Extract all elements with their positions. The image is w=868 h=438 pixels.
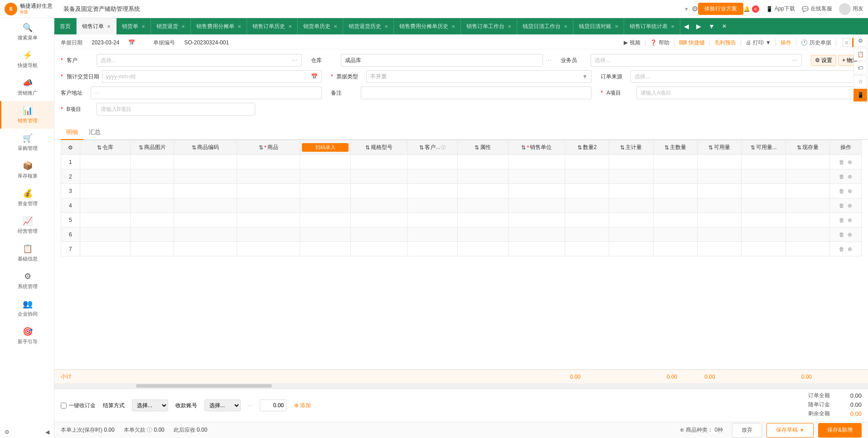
sidebar-item-system[interactable]: ⚙ 系统管理 [0,267,54,294]
tab-list-btn[interactable]: ▼ [705,23,718,30]
cust-help-icon[interactable]: ⓘ [441,144,446,151]
row-1-stock[interactable] [786,155,829,169]
tab-return-history[interactable]: 销货退货历史 ✕ [343,18,394,34]
tab-daily-reconcile-close[interactable]: ✕ [615,24,618,29]
th-avail[interactable]: ⇅ 可用量 [698,140,742,155]
a-project-input[interactable]: 请输入A项目 [636,87,862,99]
tab-cost-split[interactable]: 销售费用分摊单 ✕ [191,18,247,34]
row-4-product[interactable] [237,198,300,213]
th-stock[interactable]: ⇅ 现存量 [786,140,829,155]
th-main-unit[interactable]: ⇅ 主计量 [609,140,653,155]
notification-btn[interactable]: 🔔 6 [743,5,759,13]
th-warehouse[interactable]: ⇅ 仓库 [80,140,130,155]
row-1-avail2[interactable] [742,155,786,169]
row-4-warehouse[interactable] [80,198,130,213]
row-6-delete-icon[interactable]: 🗑 [839,231,844,238]
row-2-attr[interactable] [458,169,508,184]
row-7-spec[interactable] [350,242,407,256]
row-6-copy-icon[interactable]: ⊕ [848,231,852,238]
row-3-unit[interactable] [508,184,565,198]
row-7-stock[interactable] [786,242,829,256]
table-container[interactable]: ⚙ ⇅ 仓库 ⇅ 商品图片 [54,140,868,369]
row-2-main-unit[interactable] [609,169,653,184]
row-5-spec[interactable] [350,213,407,227]
row-7-code[interactable] [174,242,237,256]
tab-return-close[interactable]: ✕ [181,24,185,29]
industry-btn[interactable]: 体验行业方案 [698,3,743,15]
row-6-main-qty[interactable] [653,227,697,242]
row-7-attr[interactable] [458,242,508,256]
row-5-delete-icon[interactable]: 🗑 [839,217,844,223]
tab-order-history[interactable]: 销售订单历史 ✕ [247,18,298,34]
sidebar-item-ops[interactable]: 📈 经营管理 [0,212,54,239]
amount-input[interactable] [260,399,287,411]
row-2-product[interactable] [237,169,300,184]
row-7-warehouse[interactable] [80,242,130,256]
row-1-code[interactable] [174,155,237,169]
sidebar-collapse-icon[interactable]: ◀ [45,429,49,435]
row-5-unit[interactable] [508,213,565,227]
row-2-warehouse[interactable] [80,169,130,184]
row-4-avail[interactable] [698,198,742,213]
toolbar-print-btn[interactable]: 🖨 打印 ▼ [746,39,771,47]
tab-sales-order[interactable]: 销售订单 ✕ [77,18,116,34]
salesperson-input[interactable]: 选择... ··· [591,54,802,67]
row-2-delete-icon[interactable]: 🗑 [839,173,844,180]
th-attr[interactable]: ⇅ 属性 [458,140,508,155]
th-code[interactable]: ⇅ 商品编码 [174,140,237,155]
tab-sales-bill[interactable]: 销货单 ✕ [116,18,151,34]
th-unit[interactable]: ⇅ * 销售单位 [508,140,565,155]
toolbar-view-btn[interactable]: ▶ 视频 [624,39,640,47]
tab-order-history-close[interactable]: ✕ [288,24,292,29]
row-4-img[interactable] [131,198,174,213]
row-3-main-unit[interactable] [609,184,653,198]
row-7-unit[interactable] [508,242,565,256]
table-scrollbar[interactable] [54,383,868,389]
row-6-attr[interactable] [458,227,508,242]
customer-input[interactable]: 选择... ··· [97,54,302,67]
row-4-main-unit[interactable] [609,198,653,213]
row-2-code[interactable] [174,169,237,184]
warehouse-input[interactable]: 成品库 [341,54,543,67]
sub-tab-summary[interactable]: 汇总 [83,125,106,140]
row-7-delete-icon[interactable]: 🗑 [839,246,844,252]
tab-sales-order-close[interactable]: ✕ [107,24,111,29]
tab-close-all-btn[interactable]: ✕ [718,23,730,29]
right-sidebar-info-btn[interactable]: 📋 [853,48,867,61]
row-1-qty2[interactable] [565,155,609,169]
tab-order-workbench[interactable]: 销售订单工作台 ✕ [461,18,517,34]
row-3-avail[interactable] [698,184,742,198]
row-7-cust[interactable] [407,242,457,256]
tab-order-stats-close[interactable]: ✕ [671,24,674,29]
right-sidebar-settings-btn[interactable]: ⚙ [853,34,867,47]
tab-bill-history[interactable]: 销货单历史 ✕ [298,18,343,34]
row-4-unit[interactable] [508,198,565,213]
th-settings[interactable]: ⚙ [61,140,80,155]
row-3-img[interactable] [131,184,174,198]
row-6-stock[interactable] [786,227,829,242]
row-5-avail2[interactable] [742,213,786,227]
th-spec[interactable]: ⇅ 规格型号 [350,140,407,155]
row-3-avail2[interactable] [742,184,786,198]
row-6-main-unit[interactable] [609,227,653,242]
row-1-spec[interactable] [350,155,407,169]
row-1-cust[interactable] [407,155,457,169]
row-2-spec[interactable] [350,169,407,184]
row-7-product[interactable] [237,242,300,256]
save-draft-btn[interactable]: 保存草稿 ▼ [766,423,814,438]
discard-btn[interactable]: 放弃 [732,423,762,438]
tab-bill-history-close[interactable]: ✕ [334,24,337,29]
row-5-img[interactable] [131,213,174,227]
tab-next-btn[interactable]: ▶ [693,23,705,30]
row-4-spec[interactable] [350,198,407,213]
invoice-type-input[interactable]: 不开票 ▼ [366,70,592,83]
one-key-collect-checkbox[interactable] [61,403,67,409]
row-6-spec[interactable] [350,227,407,242]
sidebar-item-sales[interactable]: 📊 销售管理 [0,101,54,129]
sidebar-item-finance[interactable]: 💰 资金管理 [0,184,54,212]
row-4-qty2[interactable] [565,198,609,213]
tab-prev-btn[interactable]: ◀ [680,23,693,30]
row-6-avail2[interactable] [742,227,786,242]
cust-addr-input[interactable]: ··· [91,87,322,99]
right-sidebar-star-btn[interactable]: ☆ [853,75,867,88]
